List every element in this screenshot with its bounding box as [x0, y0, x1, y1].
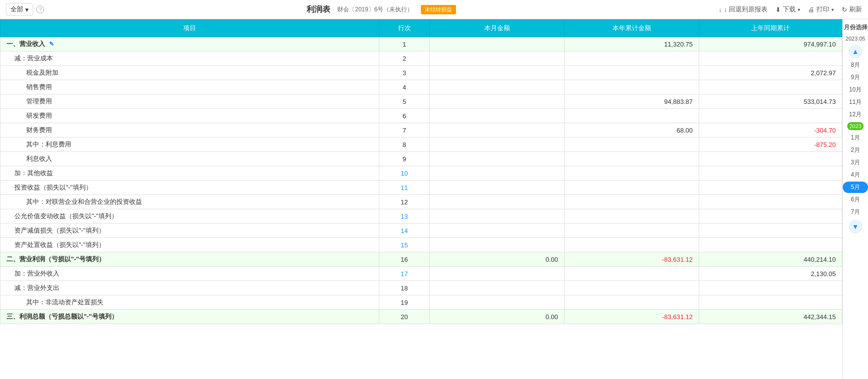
cell-row-number: 5	[379, 95, 430, 109]
cell-item: 销售费用	[0, 80, 379, 95]
sidebar-month-item[interactable]: 7月	[843, 206, 868, 218]
cell-prev-amount: -304.70	[699, 123, 842, 138]
cell-row-number: 6	[379, 109, 430, 123]
cell-year-amount: 68.00	[564, 123, 699, 138]
page-container: 全部 ▾ ? 利润表 财会〔2019〕6号（未执行） 未结转损益 ↓ ↓ 回退到…	[0, 0, 868, 379]
refresh-button[interactable]: ↻ 刷新	[842, 5, 862, 14]
scroll-down-button[interactable]: ▼	[849, 220, 863, 234]
table-row: 三、利润总额（亏损总额以"-"号填列）200.00-83,631.12442,3…	[0, 310, 842, 324]
table-row: 减：营业成本2	[0, 51, 842, 66]
chevron-down-icon: ▾	[798, 7, 800, 12]
cell-prev-amount: -875.20	[699, 138, 842, 152]
refresh-icon: ↻	[842, 6, 847, 13]
cell-year-amount	[564, 281, 699, 295]
top-bar-left: 全部 ▾ ?	[6, 3, 44, 16]
cell-month-amount	[430, 181, 564, 195]
scope-label: 全部	[10, 5, 23, 14]
sidebar-month-item[interactable]: 4月	[843, 169, 868, 181]
col-header-year: 本年累计金额	[564, 20, 699, 37]
main-content: 项目 行次 本月金额 本年累计金额 上年同期累计 一、营业收入✎111,320.…	[0, 19, 868, 379]
cell-year-amount: -83,631.12	[564, 310, 699, 324]
col-header-item: 项目	[0, 20, 379, 37]
cell-item: 研发费用	[0, 109, 379, 123]
scope-selector[interactable]: 全部 ▾	[6, 3, 33, 16]
sidebar-title: 月份选择	[844, 23, 868, 32]
cell-prev-amount: 974,997.10	[699, 37, 842, 51]
cell-item: 其中：非流动资产处置损失	[0, 295, 379, 310]
cell-year-amount: 11,320.75	[564, 37, 699, 51]
cell-row-number: 8	[379, 138, 430, 152]
cell-month-amount	[430, 224, 564, 238]
sidebar-year-badge: 2023	[847, 122, 863, 130]
sidebar-month-item[interactable]: 5月	[843, 182, 868, 193]
status-badge: 未结转损益	[421, 5, 456, 14]
sidebar-month-item[interactable]: 3月	[843, 157, 868, 168]
cell-prev-amount	[699, 238, 842, 252]
help-icon[interactable]: ?	[36, 5, 44, 13]
cell-row-number: 13	[379, 209, 430, 224]
cell-prev-amount	[699, 109, 842, 123]
cell-prev-amount: 442,344.15	[699, 310, 842, 324]
scroll-up-button[interactable]: ▲	[849, 45, 863, 58]
cell-year-amount: -83,631.12	[564, 252, 699, 267]
table-row: 管理费用594,883.87533,014.73	[0, 95, 842, 109]
cell-prev-amount	[699, 209, 842, 224]
download-icon: ⬇	[775, 6, 781, 13]
download-button[interactable]: ⬇ 下载 ▾	[775, 5, 800, 14]
print-icon: 🖨	[808, 6, 815, 13]
cell-year-amount	[564, 109, 699, 123]
cell-item: 其中：利息费用	[0, 138, 379, 152]
sidebar-month-item[interactable]: 11月	[843, 96, 868, 108]
cell-row-number: 4	[379, 80, 430, 95]
cell-prev-amount: 440,214.10	[699, 252, 842, 267]
cell-month-amount	[430, 295, 564, 310]
sidebar-month-item[interactable]: 8月	[843, 59, 868, 71]
table-row: 研发费用6	[0, 109, 842, 123]
sidebar-month-item[interactable]: 12月	[843, 109, 868, 120]
sidebar-month-item[interactable]: 9月	[843, 72, 868, 83]
edit-icon[interactable]: ✎	[49, 41, 54, 47]
cell-prev-amount	[699, 51, 842, 66]
table-row: 减：营业外支出18	[0, 281, 842, 295]
cell-month-amount	[430, 195, 564, 209]
cell-month-amount	[430, 152, 564, 166]
cell-item: 管理费用	[0, 95, 379, 109]
title-area: 利润表 财会〔2019〕6号（未执行） 未结转损益	[306, 4, 456, 15]
cell-prev-amount: 2,072.97	[699, 66, 842, 80]
sidebar-month-item[interactable]: 1月	[843, 132, 868, 143]
sidebar-month-item[interactable]: 2月	[843, 144, 868, 156]
print-button[interactable]: 🖨 打印 ▾	[808, 5, 834, 14]
top-bar-actions: ↓ ↓ 回退到原报表 ⬇ 下载 ▾ 🖨 打印 ▾ ↻ 刷新	[718, 5, 862, 14]
table-row: 其中：对联营企业和合营企业的投资收益12	[0, 195, 842, 209]
table-row: 销售费用4	[0, 80, 842, 95]
cell-item: 投资收益（损失以"-"填列）	[0, 181, 379, 195]
cell-year-amount	[564, 195, 699, 209]
cell-row-number: 7	[379, 123, 430, 138]
cell-month-amount	[430, 37, 564, 51]
table-row: 投资收益（损失以"-"填列）11	[0, 181, 842, 195]
cell-item: 加：其他收益	[0, 166, 379, 181]
print-label: 打印	[817, 5, 829, 14]
col-header-prev: 上年同期累计	[699, 20, 842, 37]
table-row: 税金及附加32,072.97	[0, 66, 842, 80]
cell-month-amount	[430, 51, 564, 66]
cell-row-number: 15	[379, 238, 430, 252]
cell-year-amount	[564, 209, 699, 224]
cell-prev-amount	[699, 166, 842, 181]
table-row: 利息收入9	[0, 152, 842, 166]
sidebar-month-item[interactable]: 6月	[843, 194, 868, 205]
cell-year-amount	[564, 152, 699, 166]
back-button[interactable]: ↓ ↓ 回退到原报表	[718, 5, 767, 14]
table-row: 加：营业外收入172,130.05	[0, 267, 842, 281]
cell-prev-amount	[699, 281, 842, 295]
cell-row-number: 20	[379, 310, 430, 324]
cell-row-number: 16	[379, 252, 430, 267]
cell-month-amount	[430, 267, 564, 281]
sidebar-month-item[interactable]: 10月	[843, 84, 868, 95]
cell-year-amount	[564, 80, 699, 95]
cell-item: 二、营业利润（亏损以"-"号填列）	[0, 252, 379, 267]
cell-month-amount	[430, 166, 564, 181]
cell-item: 三、利润总额（亏损总额以"-"号填列）	[0, 310, 379, 324]
cell-month-amount	[430, 95, 564, 109]
cell-year-amount	[564, 138, 699, 152]
